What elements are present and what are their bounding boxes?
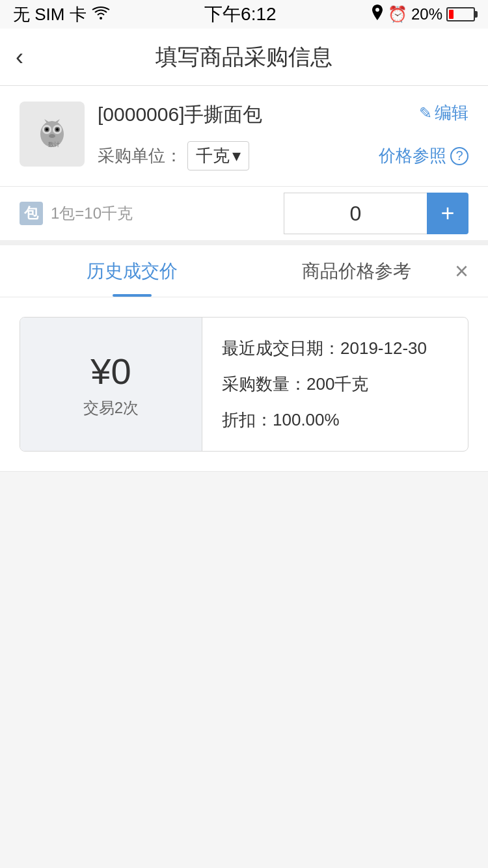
svg-point-8 <box>49 134 55 138</box>
edit-icon: ✎ <box>419 104 432 122</box>
svg-point-6 <box>46 128 48 131</box>
edit-button[interactable]: ✎ 编辑 <box>419 102 468 124</box>
page-title: 填写商品采购信息 <box>156 42 332 72</box>
trade-detail-qty: 采购数量：200千克 <box>222 372 448 397</box>
tab-underline <box>113 294 152 297</box>
qty-input[interactable] <box>284 193 427 234</box>
product-unit-row: 采购单位： 千克 ▾ 价格参照 ? <box>98 141 468 170</box>
status-right: ⏰ 20% <box>371 5 475 24</box>
tabs-panel: 历史成交价 商品价格参考 × ¥0 交易2次 最近成交日期：2019-12-30… <box>0 245 488 472</box>
tab-close-button[interactable]: × <box>448 251 475 292</box>
status-bar: 无 SIM 卡 下午6:12 ⏰ 20% <box>0 0 488 29</box>
unit-label: 采购单位： 千克 ▾ <box>98 141 249 170</box>
tabs-header: 历史成交价 商品价格参考 × <box>0 245 488 297</box>
trade-price: ¥0 <box>90 350 131 392</box>
product-info: [0000006]手撕面包 ✎ 编辑 采购单位： 千克 ▾ 价格参照 ? <box>98 102 468 170</box>
product-name: [0000006]手撕面包 <box>98 102 262 128</box>
alarm-icon: ⏰ <box>388 5 407 23</box>
trade-card-right: 最近成交日期：2019-12-30 采购数量：200千克 折扣：100.00% <box>202 318 468 451</box>
nav-bar: ‹ 填写商品采购信息 <box>0 29 488 86</box>
battery-icon <box>446 7 475 21</box>
product-card: 数计 [0000006]手撕面包 ✎ 编辑 采购单位： 千克 ▾ 价格参照 <box>0 86 488 187</box>
qty-plus-button[interactable]: + <box>427 193 468 234</box>
carrier-text: 无 SIM 卡 <box>13 3 87 26</box>
trade-count: 交易2次 <box>83 398 139 418</box>
tab-price-reference[interactable]: 商品价格参考 <box>244 245 468 297</box>
unit-select[interactable]: 千克 ▾ <box>187 141 249 170</box>
qty-input-wrap: + <box>284 193 468 234</box>
trade-detail-discount: 折扣：100.00% <box>222 407 448 433</box>
trade-content: ¥0 交易2次 最近成交日期：2019-12-30 采购数量：200千克 折扣：… <box>0 297 488 471</box>
location-icon <box>371 5 384 24</box>
main-content-area <box>0 472 488 862</box>
quantity-row: 包 1包=10千克 + <box>0 187 488 245</box>
qty-unit-info: 包 1包=10千克 <box>20 202 133 225</box>
product-owl-icon: 数计 <box>33 111 72 157</box>
time-display: 下午6:12 <box>204 2 277 27</box>
trade-card: ¥0 交易2次 最近成交日期：2019-12-30 采购数量：200千克 折扣：… <box>20 317 468 452</box>
qty-unit-convert: 1包=10千克 <box>51 203 133 224</box>
help-icon: ? <box>450 147 468 165</box>
product-header: [0000006]手撕面包 ✎ 编辑 <box>98 102 468 128</box>
trade-card-left: ¥0 交易2次 <box>20 318 202 451</box>
battery-percent: 20% <box>411 5 442 23</box>
back-button[interactable]: ‹ <box>16 44 23 71</box>
price-reference-button[interactable]: 价格参照 ? <box>379 144 468 167</box>
dropdown-arrow-icon: ▾ <box>232 146 241 166</box>
tab-history-price[interactable]: 历史成交价 <box>20 245 244 297</box>
svg-point-7 <box>56 128 59 131</box>
product-thumbnail: 数计 <box>20 102 85 167</box>
qty-unit-box: 包 <box>20 202 43 225</box>
wifi-icon <box>92 5 110 25</box>
status-left: 无 SIM 卡 <box>13 3 110 26</box>
svg-point-0 <box>100 17 102 20</box>
trade-detail-date: 最近成交日期：2019-12-30 <box>222 336 448 361</box>
svg-text:数计: 数计 <box>48 141 60 148</box>
